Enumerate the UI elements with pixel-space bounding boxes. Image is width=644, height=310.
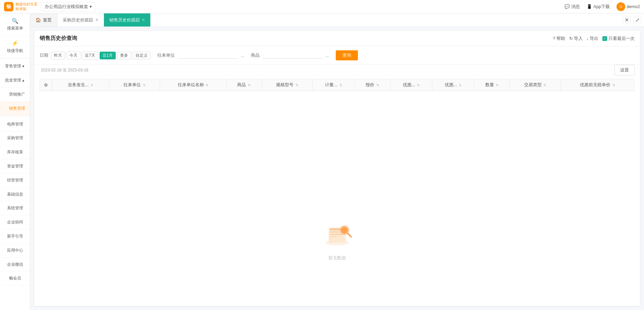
page-title: 销售历史价查询 — [40, 35, 77, 42]
sidebar-item-app-center[interactable]: 应用中心 — [0, 244, 30, 258]
sidebar-item-member[interactable]: 畅会员 — [0, 271, 30, 286]
table-col-goods[interactable]: 商品 ⇅ — [226, 79, 262, 91]
sidebar-item-retail[interactable]: 零售管理 ▼ — [0, 59, 30, 73]
filter-row: 日期 昨天 今天 近7天 近1月 更多 自定义 往来单位 .. — [34, 46, 640, 65]
tabs-right-actions: ✕ ⤢ — [623, 16, 644, 24]
page-content: 销售历史价查询 ? 帮助 ↻ 导入 ↓ 导出 — [30, 27, 644, 310]
sidebar-item-ops[interactable]: 经营管理 — [0, 173, 30, 188]
tab-close-purchase[interactable]: ✕ — [95, 18, 98, 22]
goods-label: 商品 — [251, 52, 260, 58]
filter-sub-row: 2023-02-18 至 2023-03-18 设置 — [34, 65, 640, 79]
user-menu[interactable]: D demo2 — [616, 2, 640, 11]
sidebar-label: 资金管理 — [7, 163, 23, 169]
date-btn-custom[interactable]: 自定义 — [132, 52, 151, 59]
tab-home[interactable]: 🏠 首页 — [30, 13, 57, 27]
date-btn-yesterday[interactable]: 昨天 — [51, 52, 65, 59]
sidebar-label: 快捷导航 — [7, 48, 23, 54]
partner-ellipsis-btn[interactable]: ... — [240, 53, 244, 58]
sidebar-item-enterprise[interactable]: 企业协同 — [0, 215, 30, 229]
import-btn[interactable]: ↻ 导入 — [569, 36, 583, 42]
divider — [0, 58, 30, 59]
page-card-header: 销售历史价查询 ? 帮助 ↻ 导入 ↓ 导出 — [34, 31, 640, 46]
sidebar-item-enterprise-wechat[interactable]: 企业微信 — [0, 258, 30, 272]
sort-icon: ⇅ — [496, 83, 498, 87]
date-filter-group: 日期 昨天 今天 近7天 近1月 更多 自定义 — [40, 52, 151, 59]
tab-close-sales[interactable]: ✕ — [142, 18, 145, 22]
top-header: 畅 畅捷信好生意 标准版 办公用品行业模拟账套 ▾ 💬 消息 📱 App下载 D… — [0, 0, 644, 13]
goods-filter-group: 商品 ... — [251, 52, 329, 59]
sidebar-item-finance[interactable]: 资金管理 — [0, 159, 30, 173]
partner-input[interactable] — [177, 52, 238, 59]
sidebar-label: 企业微信 — [7, 262, 23, 267]
svg-rect-3 — [330, 231, 340, 232]
help-btn[interactable]: ? 帮助 — [553, 36, 565, 42]
close-all-tabs-btn[interactable]: ✕ — [623, 16, 631, 24]
sort-icon: ⇅ — [143, 83, 146, 87]
svg-rect-4 — [330, 234, 342, 235]
sidebar-item-ecommerce[interactable]: 电商管理 — [0, 117, 30, 132]
empty-illustration — [320, 217, 354, 251]
table-col-discount2[interactable]: 优惠... ⇅ — [432, 79, 474, 91]
table-col-quoted-price[interactable]: 报价 ⇅ — [355, 79, 390, 91]
table-col-partner-code[interactable]: 往来单位 ⇅ — [109, 79, 160, 91]
app-selector[interactable]: 办公用品行业模拟账套 ▾ — [41, 2, 96, 11]
sidebar-label: 采购管理 — [7, 135, 23, 141]
data-table: ⚙ 业务发生... ⇅ 往来单位 ⇅ — [40, 79, 635, 91]
sidebar-label: 畅会员 — [9, 275, 21, 281]
page-card: 销售历史价查询 ? 帮助 ↻ 导入 ↓ 导出 — [34, 31, 640, 306]
sort-icon: ⇅ — [248, 83, 251, 87]
query-btn[interactable]: 查询 — [336, 50, 358, 60]
sidebar-label: 新手引导 — [7, 234, 23, 239]
tab-purchase-history[interactable]: 采购历史价跟踪 ✕ — [57, 13, 104, 27]
date-btn-1month[interactable]: 近1月 — [100, 52, 116, 59]
table-col-trade-type[interactable]: 交易类型 ⇅ — [510, 79, 561, 91]
table-col-pre-discount-price[interactable]: 优惠前无税单价 ⇅ — [560, 79, 634, 91]
sidebar-item-quick-nav[interactable]: ⚡ 快捷导航 — [0, 36, 30, 58]
table-col-quantity[interactable]: 数量 ⇅ — [474, 79, 510, 91]
table-col-biz-date[interactable]: 业务发生... ⇅ — [52, 79, 109, 91]
sidebar-item-marketing[interactable]: 营销推广 — [0, 88, 30, 102]
sort-icon: ⇅ — [543, 83, 546, 87]
table-col-gear[interactable]: ⚙ — [40, 79, 52, 91]
sort-icon: ⇅ — [459, 83, 462, 87]
tab-label: 销售历史价跟踪 — [109, 17, 140, 23]
sort-icon: ⇅ — [206, 83, 208, 87]
sidebar-item-newbie[interactable]: 新手引导 — [0, 229, 30, 244]
table-col-partner-name[interactable]: 往来单位名称 ⇅ — [160, 79, 226, 91]
logo-icon: 畅 — [4, 2, 13, 11]
svg-rect-5 — [330, 236, 337, 237]
empty-text: 暂无数据 — [328, 255, 346, 261]
table-col-discount1[interactable]: 优惠... ⇅ — [390, 79, 432, 91]
maximize-btn[interactable]: ⤢ — [633, 16, 641, 24]
goods-input[interactable] — [262, 52, 323, 59]
only-last-checkbox[interactable]: ✓ 只看最后一次 — [602, 36, 635, 42]
table-col-unit[interactable]: 计量... ⇅ — [313, 79, 355, 91]
date-btn-7days[interactable]: 近7天 — [82, 52, 98, 59]
sidebar-item-search-menu[interactable]: 🔍 搜索菜单 — [0, 13, 30, 36]
tab-sales-history[interactable]: 销售历史价跟踪 ✕ — [104, 13, 151, 27]
main-layout: 🔍 搜索菜单 ⚡ 快捷导航 零售管理 ▼ 批发管理 ▲ 营销推广 销售管理 — [0, 13, 644, 310]
sidebar-item-purchase[interactable]: 采购管理 — [0, 131, 30, 145]
sidebar-item-inventory[interactable]: 库存核算 — [0, 145, 30, 159]
search-icon: 🔍 — [12, 17, 18, 25]
date-btn-more[interactable]: 更多 — [117, 52, 131, 59]
sidebar-item-basic[interactable]: 基础信息 — [0, 188, 30, 202]
date-btn-today[interactable]: 今天 — [66, 52, 80, 59]
app-download-btn[interactable]: 📱 App下载 — [587, 4, 610, 10]
sidebar-item-sales[interactable]: 销售管理 — [0, 102, 30, 116]
table-col-spec[interactable]: 规格型号 ⇅ — [262, 79, 313, 91]
settings-btn[interactable]: 设置 — [614, 65, 635, 75]
sort-icon: ⇅ — [376, 83, 379, 87]
chevron-down-icon: ▾ — [90, 4, 92, 9]
sort-icon: ⇅ — [612, 83, 615, 87]
sort-icon: ⇅ — [91, 83, 93, 87]
export-btn[interactable]: ↓ 导出 — [587, 36, 599, 42]
sidebar-label: 基础信息 — [7, 192, 23, 197]
sidebar-item-system[interactable]: 系统管理 — [0, 201, 30, 215]
goods-ellipsis-btn[interactable]: ... — [325, 53, 329, 58]
sidebar-label: 销售管理 — [9, 106, 25, 111]
sidebar-label: 零售管理 — [5, 63, 21, 69]
empty-state: 暂无数据 — [34, 172, 640, 306]
message-btn[interactable]: 💬 消息 — [565, 4, 580, 10]
sidebar-item-wholesale[interactable]: 批发管理 ▲ — [0, 73, 30, 88]
